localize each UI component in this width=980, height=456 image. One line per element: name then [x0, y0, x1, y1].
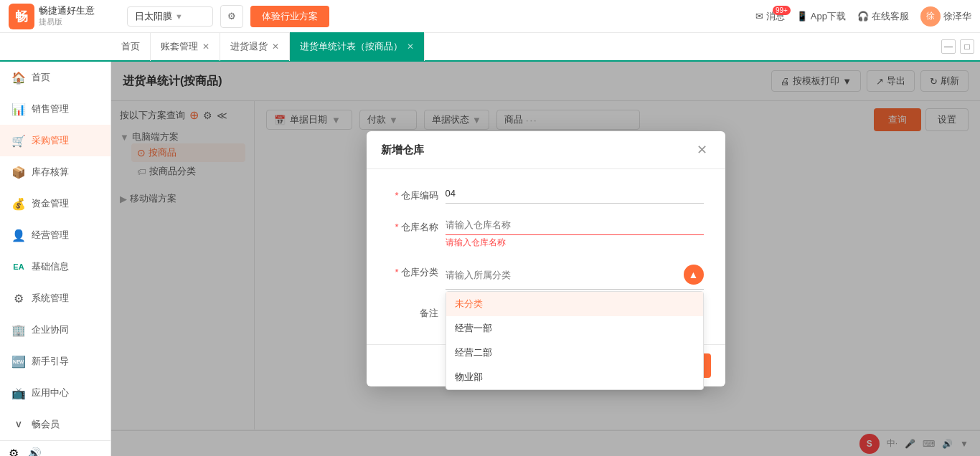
code-input[interactable] [446, 184, 704, 204]
sidebar-label-vip: 畅会员 [32, 418, 60, 431]
app-center-icon: 📺 [11, 386, 26, 400]
gear-icon: ⚙ [227, 11, 236, 22]
app-edition: 捷易版 [39, 16, 95, 27]
form-row-code: 仓库编码 [388, 184, 704, 204]
name-error-msg: 请输入仓库名称 [446, 237, 704, 249]
accounts-tab-label: 账套管理 [161, 40, 198, 53]
user-area[interactable]: 徐 徐泽华 [920, 6, 971, 27]
dropdown-item-1[interactable]: 经营一部 [446, 316, 703, 341]
message-button[interactable]: ✉ 消息 99+ [755, 10, 785, 23]
note-label: 备注 [388, 301, 438, 320]
store-selector[interactable]: 日太阳膜 ▼ [127, 6, 213, 27]
modal-overlay: 新增仓库 ✕ 仓库编码 仓库名称 [111, 62, 980, 456]
window-buttons: — □ [941, 39, 980, 54]
modal-header: 新增仓库 ✕ [367, 131, 725, 169]
accounts-tab-close[interactable]: ✕ [202, 42, 209, 52]
store-selector-arrow: ▼ [175, 12, 183, 21]
category-select-wrapper: ▲ [446, 260, 704, 290]
finance-icon: 💰 [11, 196, 26, 211]
system-icon: ⚙ [11, 291, 26, 305]
category-dropdown: 未分类 经营一部 经营二部 物业部 [446, 291, 704, 390]
code-field [446, 184, 704, 204]
operations-icon: 👤 [11, 228, 26, 242]
headset-icon: 🎧 [857, 11, 869, 22]
notification-badge: 99+ [773, 6, 791, 15]
name-label: 仓库名称 [388, 215, 438, 234]
sidebar-label-home: 首页 [32, 71, 50, 84]
sidebar-item-enterprise[interactable]: 🏢 企业协同 [0, 314, 110, 346]
online-service-label: 在线客服 [872, 10, 909, 23]
sidebar-label-app-center: 应用中心 [32, 386, 69, 399]
app-logo-icon: 畅 [9, 4, 34, 29]
trial-button[interactable]: 体验行业方案 [250, 6, 329, 27]
sales-icon: 📊 [11, 102, 26, 116]
message-icon: ✉ [755, 11, 763, 22]
sidebar-volume-icon[interactable]: 🔊 [27, 447, 42, 456]
store-name: 日太阳膜 [135, 10, 172, 23]
sidebar-label-system: 系统管理 [32, 292, 69, 305]
sidebar: 🏠 首页 📊 销售管理 🛒 采购管理 📦 库存核算 💰 资金管理 👤 经营管理 … [0, 62, 111, 456]
tab-purchase-return[interactable]: 进货退货 ✕ [220, 32, 290, 61]
sidebar-item-home[interactable]: 🏠 首页 [0, 62, 110, 93]
modal-close-button[interactable]: ✕ [694, 141, 711, 158]
content-area: 进货单统计(按商品) 🖨 按模板打印 ▼ ↗ 导出 ↻ 刷新 [111, 62, 980, 456]
form-row-name: 仓库名称 请输入仓库名称 [388, 215, 704, 249]
logo-area: 畅 畅捷通好生意 捷易版 [9, 4, 120, 29]
enterprise-icon: 🏢 [11, 323, 26, 337]
dropdown-item-2[interactable]: 经营二部 [446, 341, 703, 365]
minimize-button[interactable]: — [941, 39, 956, 54]
category-field: ▲ 未分类 经营一部 经营二部 物业部 [446, 260, 704, 290]
add-warehouse-modal: 新增仓库 ✕ 仓库编码 仓库名称 [367, 131, 725, 386]
dropdown-item-3[interactable]: 物业部 [446, 365, 703, 389]
purchase-stats-tab-close[interactable]: ✕ [407, 42, 414, 52]
sidebar-item-app-center[interactable]: 📺 应用中心 [0, 377, 110, 409]
sidebar-item-operations[interactable]: 👤 经营管理 [0, 219, 110, 251]
app-download-button[interactable]: 📱 App下载 [796, 10, 846, 23]
purchase-return-tab-close[interactable]: ✕ [272, 42, 279, 52]
app-download-label: App下载 [811, 10, 846, 23]
sidebar-settings-icon[interactable]: ⚙ [9, 447, 19, 456]
code-label: 仓库编码 [388, 184, 438, 202]
sidebar-label-enterprise: 企业协同 [32, 323, 69, 336]
category-input[interactable] [446, 270, 684, 280]
tab-purchase-stats[interactable]: 进货单统计表（按商品） ✕ [290, 32, 425, 61]
purchase-stats-tab-label: 进货单统计表（按商品） [300, 40, 402, 53]
sidebar-item-basic[interactable]: EA 基础信息 [0, 251, 110, 282]
name-field: 请输入仓库名称 [446, 215, 704, 249]
sidebar-label-sales: 销售管理 [32, 103, 69, 115]
sidebar-item-vip[interactable]: V 畅会员 [0, 409, 110, 440]
phone-icon: 📱 [796, 11, 808, 22]
home-tab-label: 首页 [121, 40, 140, 53]
form-row-category: 仓库分类 ▲ 未分类 经营一部 经营二部 物业部 [388, 260, 704, 290]
sidebar-item-inventory[interactable]: 📦 库存核算 [0, 156, 110, 188]
home-icon: 🏠 [11, 70, 26, 85]
sidebar-label-purchase: 采购管理 [32, 134, 69, 147]
category-toggle-button[interactable]: ▲ [684, 265, 704, 285]
name-input[interactable] [446, 215, 704, 235]
tab-bar: 首页 账套管理 ✕ 进货退货 ✕ 进货单统计表（按商品） ✕ — □ [0, 33, 980, 62]
inventory-icon: 📦 [11, 165, 26, 179]
tab-accounts[interactable]: 账套管理 ✕ [151, 32, 220, 61]
tab-home[interactable]: 首页 [111, 32, 151, 61]
sidebar-label-basic: 基础信息 [32, 260, 69, 273]
avatar: 徐 [920, 6, 941, 27]
sidebar-item-sales[interactable]: 📊 销售管理 [0, 93, 110, 125]
sidebar-item-finance[interactable]: 💰 资金管理 [0, 188, 110, 219]
modal-body: 仓库编码 仓库名称 请输入仓库名称 [367, 169, 725, 344]
app-name: 畅捷通好生意 [39, 5, 95, 17]
sidebar-bottom: ⚙ 🔊 [0, 440, 110, 456]
purchase-icon: 🛒 [11, 133, 26, 148]
top-header: 畅 畅捷通好生意 捷易版 日太阳膜 ▼ ⚙ 体验行业方案 ✉ 消息 99+ 📱 … [0, 0, 980, 33]
basic-icon: EA [11, 260, 26, 274]
dropdown-item-0[interactable]: 未分类 [446, 292, 703, 316]
guide-icon: 🆕 [11, 354, 26, 369]
sidebar-item-purchase[interactable]: 🛒 采购管理 [0, 125, 110, 156]
sidebar-item-system[interactable]: ⚙ 系统管理 [0, 282, 110, 314]
maximize-button[interactable]: □ [960, 39, 974, 54]
username: 徐泽华 [943, 10, 971, 23]
sidebar-label-operations: 经营管理 [32, 229, 69, 242]
sidebar-item-guide[interactable]: 🆕 新手引导 [0, 346, 110, 377]
online-service-button[interactable]: 🎧 在线客服 [857, 10, 909, 23]
vip-icon: V [11, 417, 26, 432]
settings-button[interactable]: ⚙ [220, 5, 243, 28]
